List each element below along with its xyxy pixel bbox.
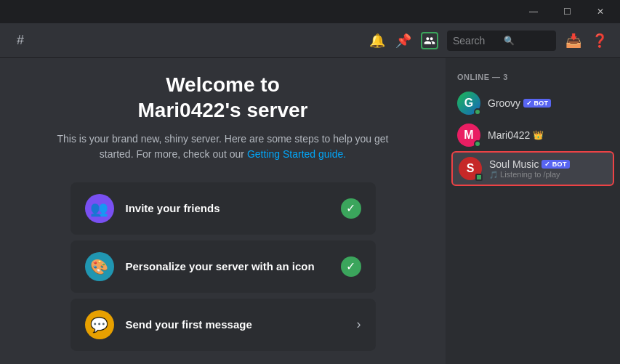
maximize-button[interactable]: ☐ [550,0,584,23]
avatar-soul: S [459,157,482,180]
status-mari [474,140,481,147]
members-icon[interactable] [421,32,438,49]
step-message-label: Send your first message [126,318,345,331]
member-list: ONLINE — 3 G Groovy ✓ BOT [446,58,620,364]
step-invite-check: ✓ [341,198,361,219]
member-section-header: ONLINE — 3 [451,70,614,87]
member-soul-name: Soul Music [489,158,539,170]
bot-badge-soul: ✓ BOT [542,160,569,169]
search-kbd: 🔍 [504,36,550,46]
pin-icon[interactable]: 📌 [395,32,412,49]
status-groovy [474,108,481,116]
step-message-chevron: › [357,317,361,332]
member-groovy-info: Groovy ✓ BOT [488,97,608,109]
step-personalize-label: Personalize your server with an icon [126,260,329,272]
member-mari-info: Mari0422 👑 [488,129,608,141]
step-message-icon: 💬 [85,310,114,339]
member-mari[interactable]: M Mari0422 👑 [451,119,614,151]
step-message[interactable]: 💬 Send your first message › [71,299,376,351]
step-invite-label: Invite your friends [126,202,329,214]
inbox-icon[interactable]: 📥 [565,32,582,49]
step-personalize-check: ✓ [341,256,361,277]
step-personalize[interactable]: 🎨 Personalize your server with an icon ✓ [71,240,376,293]
member-mari-name: Mari0422 [488,129,530,141]
main-content: Welcome to Mari0422's server This is you… [0,58,446,364]
search-placeholder: Search [453,35,499,46]
search-bar[interactable]: Search 🔍 [447,31,556,51]
close-button[interactable]: ✕ [584,0,617,23]
member-groovy-name: Groovy [488,97,520,109]
play-icon: 🎵 [489,171,498,179]
step-invite[interactable]: 👥 Invite your friends ✓ [71,182,376,235]
welcome-title: Welcome to Mari0422's server [138,72,308,123]
getting-started-link[interactable]: Getting Started guide. [247,148,346,160]
avatar-groovy: G [457,92,480,115]
app-container: — ☐ ✕ # 🔔 📌 Search 🔍 📥 ❓ Welcome to Mari… [0,0,620,364]
topbar: # 🔔 📌 Search 🔍 📥 ❓ [0,23,620,58]
member-soul-status: 🎵 Listening to /play [489,170,607,179]
step-personalize-icon: 🎨 [85,252,114,281]
steps-list: 👥 Invite your friends ✓ 🎨 Personalize yo… [71,182,376,351]
help-icon[interactable]: ❓ [591,32,608,49]
bot-badge-groovy: ✓ BOT [523,99,551,108]
member-groovy[interactable]: G Groovy ✓ BOT [451,87,614,119]
avatar-mari: M [457,124,480,147]
member-soul-info: Soul Music ✓ BOT 🎵 Listening to /play [489,158,607,179]
titlebar: — ☐ ✕ [0,0,620,23]
step-invite-icon: 👥 [85,194,114,223]
welcome-subtitle: This is your brand new, shiny server. He… [44,132,402,162]
member-soul[interactable]: S Soul Music ✓ BOT 🎵 Listening to /play [451,151,614,186]
minimize-button[interactable]: — [517,0,550,23]
status-soul [475,174,483,181]
bell-icon[interactable]: 🔔 [369,32,386,49]
crown-icon: 👑 [533,130,544,140]
hashtag-icon[interactable]: # [12,32,29,49]
content-area: Welcome to Mari0422's server This is you… [0,58,620,364]
